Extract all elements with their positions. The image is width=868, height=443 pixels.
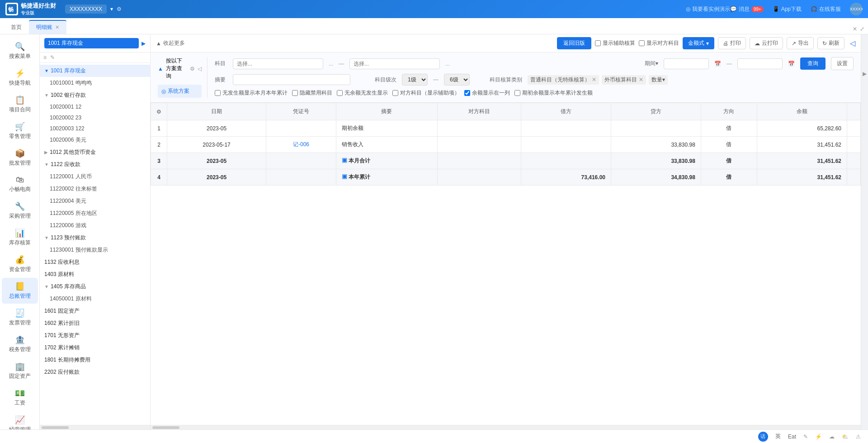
- sidebar-item-finance[interactable]: 💰 资金管理: [2, 251, 38, 277]
- account-scrollbar[interactable]: [40, 425, 150, 429]
- sidebar-item-project[interactable]: 📋 项目合同: [2, 91, 38, 117]
- status-icon-chat[interactable]: 话: [758, 432, 768, 442]
- account-item-1132[interactable]: 1132 应收利息: [40, 256, 150, 268]
- sidebar-item-inventory[interactable]: 📊 库存核算: [2, 224, 38, 250]
- period-from-input[interactable]: 2023-05: [664, 58, 709, 69]
- period-label[interactable]: 期间▾: [645, 60, 658, 67]
- account-item-11220001[interactable]: 11220001 人民币: [40, 171, 150, 183]
- export-btn[interactable]: ↗ 导出: [787, 37, 814, 49]
- cb-no-balance[interactable]: 无余额无发生显示: [337, 89, 388, 97]
- app-download-item[interactable]: 📱 App下载: [773, 5, 802, 13]
- tab-maximize-icon[interactable]: ⤢: [860, 26, 864, 32]
- collapse-left-icon[interactable]: ◁: [198, 66, 202, 72]
- user-avatar[interactable]: XXXXXXXXX: [850, 3, 863, 15]
- message-item[interactable]: 💬 消息 99+: [730, 5, 764, 13]
- query-button[interactable]: 查询: [800, 57, 826, 70]
- cb-no-amount[interactable]: 无发生额显示本月本年累计: [215, 89, 288, 97]
- period-calendar-from[interactable]: 📅: [714, 61, 721, 67]
- sidebar-item-ecommerce[interactable]: 🛍 小畅电商: [2, 171, 38, 197]
- account-item-1002[interactable]: ▼ 1002 银行存款: [40, 89, 150, 101]
- status-lang[interactable]: 英: [775, 433, 781, 440]
- amount-style-btn[interactable]: 金额式 ▾: [683, 37, 714, 49]
- sidebar-item-tax[interactable]: 🏦 税务管理: [2, 331, 38, 357]
- voucher-link[interactable]: 记-006: [293, 141, 309, 148]
- account-item-1405[interactable]: ▼ 1405 库存商品: [40, 281, 150, 293]
- print-btn[interactable]: 🖨 打印: [718, 37, 746, 49]
- right-collapse-panel[interactable]: ▶: [861, 34, 868, 429]
- cb-contra-input[interactable]: [392, 90, 398, 96]
- company-dropdown-icon[interactable]: ▾: [110, 6, 113, 12]
- tag-normal-close[interactable]: ✕: [592, 76, 596, 83]
- th-settings[interactable]: ⚙: [151, 103, 167, 120]
- right-collapse-icon[interactable]: ◁: [850, 39, 855, 48]
- expand-more-btn[interactable]: ▲ 收起更多: [156, 39, 185, 47]
- show-contra-checkbox[interactable]: [639, 40, 645, 46]
- account-list-icon[interactable]: ≡: [43, 54, 47, 61]
- tab-home[interactable]: 首页: [4, 21, 29, 34]
- level-to-select[interactable]: 6级 5级: [444, 74, 470, 86]
- sidebar-item-general-ledger[interactable]: 📒 总账管理: [2, 278, 38, 304]
- level-from-select[interactable]: 1级 2级: [402, 74, 428, 86]
- subject-from-input[interactable]: [233, 58, 323, 69]
- account-item-1123[interactable]: ▼ 1123 预付账款: [40, 232, 150, 244]
- account-item-1702[interactable]: 1702 累计摊销: [40, 342, 150, 354]
- tab-close-icon[interactable]: ✕: [55, 24, 59, 30]
- summary-input[interactable]: [233, 74, 350, 85]
- return-old-btn[interactable]: 返回旧版: [557, 37, 591, 49]
- tag-normal-account[interactable]: 普通科目（无特殊核算） ✕: [528, 75, 599, 85]
- account-item-10020001[interactable]: 10020001 12: [40, 101, 150, 112]
- status-cloud2-icon[interactable]: ⛅: [842, 433, 849, 440]
- cb-no-amount-input[interactable]: [215, 90, 221, 96]
- account-item-1801[interactable]: 1801 长期待摊费用: [40, 354, 150, 366]
- show-aux-checkbox[interactable]: [595, 40, 601, 46]
- demo-text[interactable]: 我要看实例演示: [692, 5, 730, 13]
- account-item-11220005[interactable]: 11220005 所在地区: [40, 207, 150, 219]
- subject-to-input[interactable]: [349, 58, 440, 69]
- right-collapse-icon[interactable]: ▶: [863, 71, 867, 77]
- account-item-10010001[interactable]: 10010001 鸣鸣鸣: [40, 77, 150, 89]
- account-item-1701[interactable]: 1701 无形资产: [40, 329, 150, 342]
- account-item-11220004[interactable]: 11220004 美元: [40, 195, 150, 207]
- tag-quantity[interactable]: 数量▾: [649, 75, 668, 85]
- refresh-btn[interactable]: ↻ 刷新: [817, 37, 844, 49]
- cb-hide-disabled[interactable]: 隐藏禁用科目: [292, 89, 332, 97]
- status-lightning-icon[interactable]: ⚡: [815, 433, 822, 440]
- online-service-item[interactable]: 🎧 在线客服: [811, 5, 841, 13]
- status-edit-icon[interactable]: ✎: [803, 433, 808, 440]
- sidebar-item-purchase[interactable]: 🔧 采购管理: [2, 198, 38, 224]
- sidebar-item-quick-nav[interactable]: ⚡ 快捷导航: [2, 65, 38, 91]
- status-eat[interactable]: Eat: [788, 433, 796, 440]
- account-edit-icon[interactable]: ✎: [50, 54, 55, 61]
- sidebar-item-operations[interactable]: 📈 经营管理: [2, 411, 38, 429]
- account-nav-arrow[interactable]: ▶: [142, 40, 146, 47]
- tag-foreign-currency[interactable]: 外币核算科目 ✕: [602, 75, 646, 85]
- cb-balance-col-input[interactable]: [464, 90, 470, 96]
- status-warning-icon[interactable]: ⚠: [856, 433, 861, 440]
- account-item-1403[interactable]: 1403 原材料: [40, 268, 150, 281]
- sidebar-item-payroll[interactable]: 💵 工资: [2, 385, 38, 410]
- sidebar-item-fixed-assets[interactable]: 🏢 固定资产: [2, 358, 38, 384]
- account-item-14050001[interactable]: 14050001 原材料: [40, 293, 150, 305]
- row2-voucher[interactable]: 记-006: [266, 137, 336, 153]
- system-schema-item[interactable]: ◎ 系统方案: [158, 85, 202, 98]
- tab-ledger[interactable]: 明细账 ✕: [29, 20, 66, 34]
- sidebar-item-invoice[interactable]: 🧾 发票管理: [2, 305, 38, 330]
- account-item-1012[interactable]: ▶ 1012 其他货币资金: [40, 146, 150, 158]
- show-aux-checkbox-label[interactable]: 显示辅助核算: [595, 39, 635, 47]
- show-contra-checkbox-label[interactable]: 显示对方科目: [639, 39, 679, 47]
- cb-no-balance-input[interactable]: [337, 90, 343, 96]
- account-item-10020006[interactable]: 10020006 美元: [40, 134, 150, 146]
- account-header-tag[interactable]: 1001 库存现金: [44, 38, 139, 48]
- account-item-11220006[interactable]: 11220006 游戏: [40, 219, 150, 232]
- table-scrollbar-h[interactable]: [151, 425, 861, 429]
- cloud-print-btn[interactable]: ☁ 云打印: [750, 37, 783, 49]
- cb-hide-disabled-input[interactable]: [292, 90, 298, 96]
- period-calendar-to[interactable]: 📅: [788, 61, 795, 67]
- status-cloud-icon[interactable]: ☁: [829, 433, 835, 440]
- account-item-10020003[interactable]: 10020003 122: [40, 123, 150, 134]
- period-to-input[interactable]: 2023-05: [737, 58, 783, 69]
- tag-foreign-close[interactable]: ✕: [639, 76, 643, 83]
- account-item-1602[interactable]: 1602 累计折旧: [40, 317, 150, 329]
- account-item-11230001[interactable]: 11230001 预付账款显示: [40, 244, 150, 256]
- account-item-2202[interactable]: 2202 应付账款: [40, 366, 150, 378]
